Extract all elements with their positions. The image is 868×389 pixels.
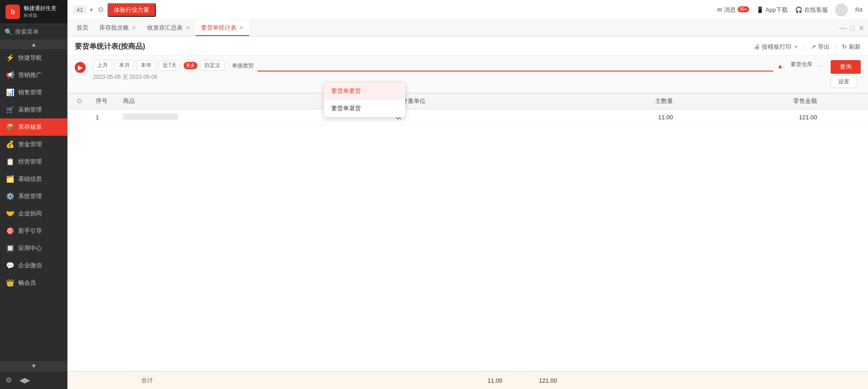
sidebar-item-label: 畅会员 <box>18 279 36 287</box>
query-button[interactable]: 查询 <box>831 60 861 74</box>
filter-recent7-btn[interactable]: 近7天 <box>159 60 181 71</box>
sidebar-item-system[interactable]: ⚙️ 系统管理 <box>0 188 67 205</box>
filter-custom-btn[interactable]: 自定义 <box>200 60 225 71</box>
messages-action[interactable]: ✉ 消息 99+ <box>717 6 749 14</box>
sidebar-item-operation[interactable]: 📋 经营管理 <box>0 153 67 170</box>
sidebar-search[interactable]: 🔍 搜索菜单 <box>0 24 67 40</box>
table-container: ⚙ 序号 商品 主计量单位 主数量 零售金额 1 <box>67 93 868 125</box>
app-download-label: App下载 <box>765 6 788 14</box>
refresh-btn[interactable]: ↻ 刷新 <box>842 43 861 51</box>
sidebar-item-sales[interactable]: 📊 销售管理 <box>0 84 67 101</box>
sidebar-item-label: 营销推广 <box>18 71 42 79</box>
print-template-btn[interactable]: 🖨 按模板打印 ▼ <box>754 43 798 51</box>
online-service-action[interactable]: 🎧 在线客服 <box>795 6 828 14</box>
tab-order-stats-label: 要货单统计表 <box>201 24 236 32</box>
sidebar-item-finance[interactable]: 💰 资金管理 <box>0 136 67 153</box>
window-close-icon[interactable]: ✕ <box>858 24 864 32</box>
guide-icon: 🎯 <box>5 227 15 235</box>
window-controls: — □ ✕ <box>839 20 864 36</box>
download-icon: 📱 <box>756 6 764 13</box>
tab-receivable-summary-label: 收发存汇总表 <box>147 24 183 32</box>
filter-type-group: 单据类型 ▲ <box>232 60 783 72</box>
sidebar-item-inventory[interactable]: 📦 库存核算 <box>0 118 67 136</box>
sidebar-item-marketing[interactable]: 📢 营销推广 <box>0 67 67 84</box>
sidebar-item-label: 应用中心 <box>18 244 42 252</box>
th-quantity: 主数量 <box>559 93 678 109</box>
store-chevron-icon[interactable]: ▼ <box>88 7 94 13</box>
export-btn[interactable]: ↗ 导出 <box>811 43 830 51</box>
sidebar-item-enterprise[interactable]: 🤝 企业协同 <box>0 205 67 222</box>
inventory-icon: 📦 <box>5 123 15 131</box>
topbar-right: ✉ 消息 99+ 📱 App下载 🎧 在线客服 Rit <box>717 4 863 16</box>
filter-dates: 上月 本月 本年 近7天 更多 自定义 <box>93 60 225 71</box>
tab-receivable-summary[interactable]: 收发存汇总表 ✕ <box>142 20 195 36</box>
search-icon: 🔍 <box>5 28 12 36</box>
filter-more-badge[interactable]: 更多 <box>184 62 197 69</box>
type-dropdown-menu: 要货单要货 要货单退货 <box>324 82 406 118</box>
tab-inventory-batch[interactable]: 库存批次账 ✕ <box>94 20 142 36</box>
column-settings-icon[interactable]: ⚙ <box>76 97 82 105</box>
quick-nav-icon: ⚡ <box>5 54 15 62</box>
sidebar-item-label: 销售管理 <box>18 88 42 97</box>
member-icon: 👑 <box>5 279 15 287</box>
product-name-placeholder <box>123 113 178 120</box>
marketing-icon: 📢 <box>5 71 15 79</box>
dropdown-item-order-goods[interactable]: 要货单要货 <box>324 82 405 100</box>
filter-warehouse-more-icon[interactable]: … <box>816 60 823 68</box>
filter-expand-btn[interactable]: ▶ <box>75 62 86 73</box>
cell-seq: 1 <box>90 109 118 125</box>
sidebar-item-quick-nav[interactable]: ⚡ 快捷导航 <box>0 49 67 67</box>
sidebar-item-basic[interactable]: 🗂️ 基础信息 <box>0 170 67 188</box>
filter-type-input[interactable] <box>257 60 773 72</box>
th-settings: ⚙ <box>67 93 90 109</box>
app-sub: 标准版 <box>24 12 56 19</box>
purchase-icon: 🛒 <box>5 106 15 114</box>
dropdown-item-order-return[interactable]: 要货单退货 <box>324 100 405 117</box>
filter-date-group: 上月 本月 本年 近7天 更多 自定义 2023-05-06 至 2023-06… <box>93 60 225 81</box>
filter-type-dropdown-arrow[interactable]: ▲ <box>777 62 783 70</box>
sidebar-item-purchase[interactable]: 🛒 采购管理 <box>0 101 67 118</box>
collapse-icon[interactable]: ◀▶ <box>19 376 30 384</box>
sidebar-scroll-down-btn[interactable]: ▼ <box>0 361 67 371</box>
settings-button[interactable]: 设置 <box>831 76 857 88</box>
footer-amount: 121.00 <box>508 377 563 384</box>
user-avatar[interactable] <box>835 4 848 16</box>
topbar-gear-icon[interactable]: ⚙ <box>98 5 104 14</box>
app-download-action[interactable]: 📱 App下载 <box>756 6 788 14</box>
enterprise-icon: 🤝 <box>5 210 15 218</box>
filter-warehouse-label: 要货仓库 <box>791 61 812 68</box>
th-extra <box>822 93 868 109</box>
sidebar-item-label: 企业协同 <box>18 210 42 218</box>
filter-this-year-btn[interactable]: 本年 <box>137 60 156 71</box>
print-icon: 🖨 <box>754 43 760 50</box>
sidebar-scroll-up-btn[interactable]: ▲ <box>0 40 67 49</box>
tab-inventory-batch-label: 库存批次账 <box>99 24 129 32</box>
refresh-label: 刷新 <box>849 43 861 51</box>
cell-amount: 121.00 <box>678 109 822 125</box>
th-amount: 零售金额 <box>678 93 822 109</box>
logo-icon: b <box>5 5 20 19</box>
tab-inventory-batch-close[interactable]: ✕ <box>132 25 136 31</box>
sidebar-item-guide[interactable]: 🎯 新手引导 <box>0 222 67 240</box>
filter-prev-month-btn[interactable]: 上月 <box>93 60 112 71</box>
appstore-icon: 🔲 <box>5 244 15 252</box>
sidebar-item-member[interactable]: 👑 畅会员 <box>0 274 67 292</box>
filter-this-month-btn[interactable]: 本月 <box>115 60 134 71</box>
sidebar-item-appstore[interactable]: 🔲 应用中心 <box>0 240 67 257</box>
window-minimize-icon[interactable]: — <box>839 24 847 32</box>
app-name: 畅捷通好生意 <box>24 5 56 12</box>
tab-order-stats[interactable]: 要货单统计表 ✕ <box>195 20 249 36</box>
wechat-icon: 💬 <box>5 261 15 270</box>
filter-warehouse-group: 要货仓库 … <box>791 60 823 68</box>
promo-button[interactable]: 体验行业方案 <box>108 3 156 17</box>
window-maximize-icon[interactable]: □ <box>850 24 855 32</box>
store-selector[interactable]: 41 ▼ <box>73 5 94 14</box>
tab-receivable-summary-close[interactable]: ✕ <box>185 25 190 31</box>
sidebar-item-wechat[interactable]: 💬 企业微信 <box>0 257 67 274</box>
tab-order-stats-close[interactable]: ✕ <box>239 25 244 31</box>
store-num: 41 <box>73 5 87 14</box>
sidebar-item-label: 经营管理 <box>18 158 42 166</box>
sidebar-item-label: 快捷导航 <box>18 54 42 62</box>
settings-icon[interactable]: ⚙ <box>5 376 12 384</box>
tab-home[interactable]: 首页 <box>71 20 94 36</box>
